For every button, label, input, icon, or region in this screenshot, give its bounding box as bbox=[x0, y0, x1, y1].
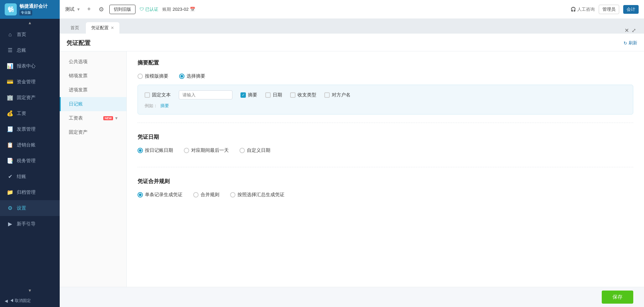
scroll-up-arrow[interactable]: ▲ bbox=[0, 19, 60, 27]
payroll-expand-icon[interactable]: ▼ bbox=[114, 116, 118, 121]
sidebar-item-label: 工资 bbox=[17, 111, 26, 117]
user-button[interactable]: 管理员 bbox=[599, 5, 619, 14]
cancel-fixed-button[interactable]: ◀ ◀ 取消固定 bbox=[0, 295, 60, 307]
date-label: 日期 bbox=[273, 92, 282, 98]
sidebar-item-ledger[interactable]: ☰ 总账 bbox=[0, 42, 60, 58]
summary-radio-group: 按模版摘要 选择摘要 bbox=[138, 73, 633, 79]
summary-checkbox: ✓ bbox=[240, 92, 246, 98]
headset-icon: 🎧 bbox=[571, 7, 576, 12]
counterpart-label: 对方户名 bbox=[332, 92, 351, 98]
logo-title: 畅捷通好会计 bbox=[19, 3, 48, 9]
sidebar-item-label: 进销台账 bbox=[17, 142, 36, 148]
radio-select-summary[interactable]: 选择摘要 bbox=[179, 73, 205, 79]
calendar-icon[interactable]: 📅 bbox=[190, 7, 195, 12]
accountant-button[interactable]: 会计 bbox=[623, 5, 639, 14]
sidebar-item-label: 报表中心 bbox=[17, 63, 36, 69]
period-last-circle bbox=[184, 148, 189, 153]
project-dropdown-icon[interactable]: ▼ bbox=[76, 7, 80, 12]
checkbox-counterpart[interactable]: 对方户名 bbox=[324, 92, 351, 98]
sidebar-item-archive[interactable]: 📁 归档管理 bbox=[0, 184, 60, 200]
cancel-fixed-icon: ◀ bbox=[5, 299, 8, 303]
sidebar-nav: ⌂ 首页 ☰ 总账 📊 报表中心 💳 资金管理 🏢 固定资产 bbox=[0, 27, 60, 287]
main-area: 测试 ▼ + ⚙ 切到旧版 🛡 已认证 账期 2023-02 📅 🎧 人工咨询 bbox=[60, 0, 644, 307]
tax-icon: 📑 bbox=[7, 158, 13, 164]
nav-item-payroll-table[interactable]: 工资表 NEW ▼ bbox=[60, 111, 126, 125]
sidebar-item-home[interactable]: ⌂ 首页 bbox=[0, 27, 60, 42]
nav-item-fixed-assets[interactable]: 固定资产 bbox=[60, 125, 126, 139]
summary-example: 例如： 摘要 bbox=[145, 103, 626, 109]
journal-date-label: 按日记账日期 bbox=[145, 147, 173, 154]
consult-button[interactable]: 🎧 人工咨询 bbox=[571, 6, 595, 12]
radio-merge[interactable]: 合并规则 bbox=[193, 192, 219, 198]
refresh-icon: ↻ bbox=[624, 41, 627, 46]
sidebar-item-label: 税务管理 bbox=[17, 158, 36, 164]
income-type-label: 收支类型 bbox=[298, 92, 316, 98]
refresh-button[interactable]: ↻ 刷新 bbox=[624, 40, 637, 46]
refresh-label: 刷新 bbox=[629, 40, 637, 46]
sidebar-item-label: 发票管理 bbox=[17, 126, 36, 132]
sidebar-item-label: 固定资产 bbox=[17, 95, 36, 101]
voucher-date-title: 凭证日期 bbox=[138, 134, 633, 141]
summary-options: 固定文本 ✓ 摘要 日期 bbox=[145, 90, 626, 99]
tab-close-button[interactable]: ✕ bbox=[111, 26, 114, 30]
single-label: 单条记录生成凭证 bbox=[145, 192, 182, 198]
sidebar-item-assets[interactable]: 🏢 固定资产 bbox=[0, 90, 60, 105]
save-button[interactable]: 保存 bbox=[602, 291, 633, 304]
nav-item-purchase-invoice[interactable]: 进项发票 bbox=[60, 83, 126, 97]
radio-select-label: 选择摘要 bbox=[186, 73, 205, 79]
sidebar-item-settings[interactable]: ⚙ 设置 bbox=[0, 200, 60, 216]
add-button[interactable]: + bbox=[85, 4, 94, 14]
checkout-icon: ✔ bbox=[7, 173, 13, 180]
report-icon: 📊 bbox=[7, 63, 13, 69]
date-checkbox bbox=[265, 92, 271, 98]
sidebar-item-capital[interactable]: 💳 资金管理 bbox=[0, 74, 60, 90]
sidebar-item-report[interactable]: 📊 报表中心 bbox=[0, 58, 60, 74]
nav-item-journal[interactable]: 日记账 bbox=[60, 97, 126, 111]
radio-template-circle bbox=[138, 74, 143, 79]
sales-icon: 📋 bbox=[7, 142, 13, 148]
radio-period-last[interactable]: 对应期间最后一天 bbox=[184, 147, 229, 154]
home-icon: ⌂ bbox=[7, 32, 13, 38]
page-title: 凭证配置 bbox=[66, 39, 91, 47]
example-label: 例如： bbox=[145, 103, 158, 108]
merge-rules-radio-group: 单条记录生成凭证 合并规则 按照选择汇总生成凭证 bbox=[138, 192, 633, 198]
salary-icon: 💰 bbox=[7, 110, 13, 117]
checkbox-income-type[interactable]: 收支类型 bbox=[290, 92, 316, 98]
radio-select-summary-generate[interactable]: 按照选择汇总生成凭证 bbox=[230, 192, 284, 198]
sidebar-item-label: 总账 bbox=[17, 47, 26, 53]
sidebar-item-salary[interactable]: 💰 工资 bbox=[0, 105, 60, 121]
archive-icon: 📁 bbox=[7, 189, 13, 195]
right-panel: 摘要配置 按模版摘要 选择摘要 bbox=[127, 51, 644, 287]
fixed-text-input[interactable] bbox=[179, 90, 232, 99]
summary-section-title: 摘要配置 bbox=[138, 59, 633, 67]
checkbox-fixed-text[interactable]: 固定文本 bbox=[145, 92, 171, 98]
voucher-date-section: 凭证日期 按日记账日期 对应期间最后一天 bbox=[138, 134, 633, 167]
period-label: 账期 bbox=[162, 6, 171, 12]
nav-item-sales-invoice[interactable]: 销项发票 bbox=[60, 69, 126, 83]
summary-label: 摘要 bbox=[248, 92, 257, 98]
certified-label: 已认证 bbox=[145, 6, 158, 12]
sidebar-item-sales[interactable]: 📋 进销台账 bbox=[0, 137, 60, 153]
content-body: 公共选项 销项发票 进项发票 日记账 工资表 NEW ▼ 固定资产 bbox=[60, 51, 644, 287]
sidebar-item-checkout[interactable]: ✔ 结账 bbox=[0, 169, 60, 184]
expand-icon[interactable]: ⤢ bbox=[632, 27, 636, 34]
sidebar-item-tax[interactable]: 📑 税务管理 bbox=[0, 153, 60, 169]
settings-button[interactable]: ⚙ bbox=[96, 4, 107, 14]
tab-home[interactable]: 首页 bbox=[65, 22, 85, 34]
checkbox-date[interactable]: 日期 bbox=[265, 92, 282, 98]
checkbox-summary[interactable]: ✓ 摘要 bbox=[240, 92, 257, 98]
radio-template-label: 按模版摘要 bbox=[145, 73, 168, 79]
left-nav: 公共选项 销项发票 进项发票 日记账 工资表 NEW ▼ 固定资产 bbox=[60, 51, 127, 287]
tab-voucher-config[interactable]: 凭证配置 ✕ bbox=[86, 22, 119, 34]
tab-close-icon[interactable]: ✕ bbox=[625, 27, 629, 34]
sidebar-item-guide[interactable]: ▶ 新手引导 bbox=[0, 216, 60, 232]
merge-label: 合并规则 bbox=[201, 192, 219, 198]
switch-version-button[interactable]: 切到旧版 bbox=[109, 5, 136, 14]
scroll-down-arrow[interactable]: ▼ bbox=[0, 287, 60, 295]
nav-item-public[interactable]: 公共选项 bbox=[60, 55, 126, 69]
radio-custom-date[interactable]: 自定义日期 bbox=[239, 147, 270, 154]
sidebar-item-invoice[interactable]: 🧾 发票管理 bbox=[0, 121, 60, 137]
radio-template-summary[interactable]: 按模版摘要 bbox=[138, 73, 168, 79]
radio-single[interactable]: 单条记录生成凭证 bbox=[138, 192, 182, 198]
radio-journal-date[interactable]: 按日记账日期 bbox=[138, 147, 173, 154]
